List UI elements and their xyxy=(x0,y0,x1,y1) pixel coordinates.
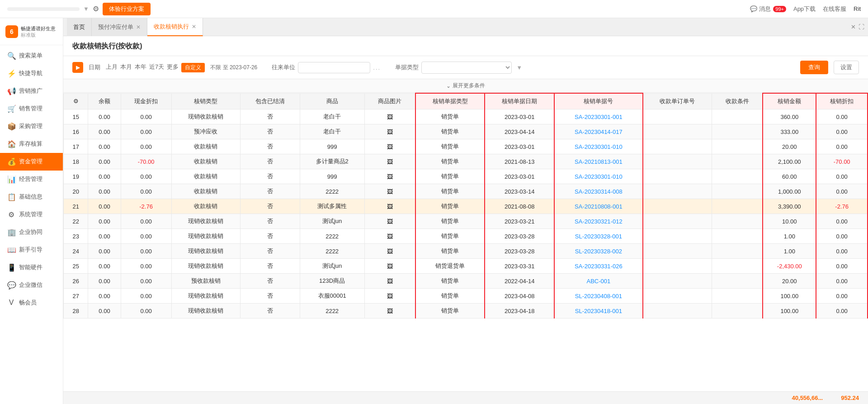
sidebar-item-guide[interactable]: 📖 新手引导 xyxy=(0,241,63,259)
cell-verify-type: 收款核销 xyxy=(171,139,240,154)
cell-goods-image: 🖼 xyxy=(364,214,415,229)
cell-balance: 0.00 xyxy=(88,229,121,244)
page-header: 收款核销执行(按收款) 导出 刷新 xyxy=(63,36,868,56)
sidebar-item-marketing[interactable]: 📢 营销推广 xyxy=(0,82,63,100)
cell-verify-type: 现销收款核销 xyxy=(171,229,240,244)
gear-icon[interactable]: ⚙ xyxy=(93,5,99,13)
cell-verify-bill-no[interactable]: ABC-001 xyxy=(554,274,643,289)
tab-prepay[interactable]: 预付冲应付单 ✕ xyxy=(92,18,147,36)
cell-cash-discount: 0.00 xyxy=(121,109,171,124)
cell-verify-type: 预收款核销 xyxy=(171,274,240,289)
cell-verify-bill-no[interactable]: SL-20230418-001 xyxy=(554,304,643,318)
cell-verify-discount: 0.00 xyxy=(816,124,868,139)
cell-collection-order-no xyxy=(643,109,712,124)
voucher-type-select[interactable] xyxy=(421,62,512,74)
cell-verify-bill-no[interactable]: SA-20230301-010 xyxy=(554,139,643,154)
cell-verify-discount: 0.00 xyxy=(816,259,868,274)
cell-collection-order-no xyxy=(643,139,712,154)
cell-goods-image: 🖼 xyxy=(364,289,415,304)
source-unit-label: 往来单位 xyxy=(272,63,295,71)
table-row: 260.000.00预收款核销否123D商品🖼销货单2022-04-14ABC-… xyxy=(64,274,868,289)
app-download-link[interactable]: App下载 xyxy=(793,5,816,13)
cell-include-settled: 否 xyxy=(240,214,300,229)
setting-btn[interactable]: 设置 xyxy=(834,61,859,74)
close-icon[interactable]: ✕ xyxy=(851,24,856,30)
cell-verify-bill-no[interactable]: SA-20230321-012 xyxy=(554,214,643,229)
messages-icon[interactable]: 💬 消息 99+ xyxy=(750,5,786,13)
sidebar-item-system[interactable]: ⚙ 系统管理 xyxy=(0,206,63,223)
sidebar-item-inventory[interactable]: 🏠 库存核算 xyxy=(0,135,63,153)
col-gear[interactable]: ⚙ xyxy=(64,93,88,109)
sidebar-item-operations[interactable]: 📊 经营管理 xyxy=(0,171,63,188)
query-btn[interactable]: 查询 xyxy=(800,61,828,74)
col-verify-bill-type: 核销单据类型 xyxy=(415,93,485,109)
tab-collection-verify[interactable]: 收款核销执行 ✕ xyxy=(147,18,203,36)
table-row: 240.000.00现销收款核销否2222🖼销货单2023-03-28SL-20… xyxy=(64,244,868,259)
date-7days[interactable]: 近7天 xyxy=(149,63,164,72)
sidebar-item-basics[interactable]: 📋 基础信息 xyxy=(0,188,63,206)
tab-home[interactable]: 首页 xyxy=(67,18,92,36)
cell-collection-condition xyxy=(712,199,763,214)
cell-verify-bill-no[interactable]: SA-20230314-008 xyxy=(554,184,643,199)
sidebar-item-search-menu[interactable]: 🔍 搜索菜单 xyxy=(0,47,63,65)
cell-verify-bill-no[interactable]: SA-20210808-001 xyxy=(554,199,643,214)
date-this-year[interactable]: 本年 xyxy=(135,63,146,72)
date-last-month[interactable]: 上月 xyxy=(106,63,118,72)
sidebar-item-finance[interactable]: 💰 资金管理 xyxy=(0,153,63,171)
top-bar: ▼ ⚙ 体验行业方案 💬 消息 99+ App下载 在线客服 Rit xyxy=(0,0,868,18)
user-name[interactable]: Rit xyxy=(854,5,861,12)
table-row: 230.000.00现销收款核销否2222🖼销货单2023-03-28SL-20… xyxy=(64,229,868,244)
source-unit-input[interactable] xyxy=(298,62,370,73)
cell-verify-bill-no[interactable]: SA-20230301-010 xyxy=(554,169,643,184)
cell-balance: 0.00 xyxy=(88,274,121,289)
col-include-settled: 包含已结清 xyxy=(240,93,300,109)
sidebar-item-quick-nav[interactable]: ⚡ 快捷导航 xyxy=(0,65,63,82)
cell-verify-bill-no[interactable]: SA-20210813-001 xyxy=(554,154,643,169)
cell-verify-bill-date: 2022-04-14 xyxy=(485,274,554,289)
main-layout: 6 畅捷通谱好生意 标准版 🔍 搜索菜单 ⚡ 快捷导航 📢 营销推广 🛒 销售管… xyxy=(0,18,868,404)
sidebar-item-enterprise[interactable]: 🏢 企业协同 xyxy=(0,223,63,241)
cell-verify-bill-no[interactable]: SA-20230301-001 xyxy=(554,109,643,124)
cell-goods-image: 🖼 xyxy=(364,244,415,259)
date-custom-btn[interactable]: 自定义 xyxy=(181,63,205,72)
cell-collection-condition xyxy=(712,289,763,304)
sidebar-item-smart-hw[interactable]: 📱 智能硬件 xyxy=(0,259,63,276)
filter-toggle-btn[interactable]: ▶ xyxy=(72,62,83,73)
cell-verify-amount: 1,000.00 xyxy=(763,184,816,199)
sidebar: 6 畅捷通谱好生意 标准版 🔍 搜索菜单 ⚡ 快捷导航 📢 营销推广 🛒 销售管… xyxy=(0,18,63,404)
sidebar-item-sales[interactable]: 🛒 销售管理 xyxy=(0,100,63,118)
table-row: 250.000.00现销收款核销否测试jun🖼销货退货单2023-03-31SA… xyxy=(64,259,868,274)
cell-verify-bill-no[interactable]: SA-20230331-026 xyxy=(554,259,643,274)
date-this-month[interactable]: 本月 xyxy=(120,63,132,72)
top-search-input[interactable] xyxy=(7,7,80,11)
sidebar-item-vip[interactable]: V 畅会员 xyxy=(0,294,63,311)
cell-row-no: 16 xyxy=(64,124,88,139)
cell-row-no: 24 xyxy=(64,244,88,259)
cell-collection-order-no xyxy=(643,214,712,229)
cell-row-no: 25 xyxy=(64,259,88,274)
cell-verify-discount: 0.00 xyxy=(816,244,868,259)
cell-goods-image: 🖼 xyxy=(364,109,415,124)
industry-solution-btn[interactable]: 体验行业方案 xyxy=(103,3,151,15)
cell-balance: 0.00 xyxy=(88,244,121,259)
voucher-type-field: 单据类型 ▼ xyxy=(395,62,522,74)
cell-balance: 0.00 xyxy=(88,304,121,318)
cell-include-settled: 否 xyxy=(240,169,300,184)
maximize-icon[interactable]: ⛶ xyxy=(859,24,864,30)
date-more[interactable]: 更多 xyxy=(167,63,179,72)
cell-verify-bill-no[interactable]: SL-20230408-001 xyxy=(554,289,643,304)
tab-close-prepay[interactable]: ✕ xyxy=(136,24,141,30)
sidebar-item-wecom[interactable]: 💬 企业微信 xyxy=(0,276,63,294)
cell-verify-bill-no[interactable]: SL-20230328-001 xyxy=(554,229,643,244)
tab-close-collection-verify[interactable]: ✕ xyxy=(192,24,196,30)
cell-verify-bill-no[interactable]: SL-20230328-002 xyxy=(554,244,643,259)
expand-more-bar[interactable]: ⌄ 展开更多条件 xyxy=(63,79,868,93)
sidebar-item-purchase[interactable]: 📦 采购管理 xyxy=(0,118,63,135)
cell-collection-order-no xyxy=(643,274,712,289)
cell-collection-condition xyxy=(712,214,763,229)
cell-balance: 0.00 xyxy=(88,214,121,229)
date-filter-label: 日期 xyxy=(89,63,100,71)
cell-include-settled: 否 xyxy=(240,274,300,289)
cell-verify-bill-no[interactable]: SA-20230414-017 xyxy=(554,124,643,139)
online-service-link[interactable]: 在线客服 xyxy=(823,5,846,13)
